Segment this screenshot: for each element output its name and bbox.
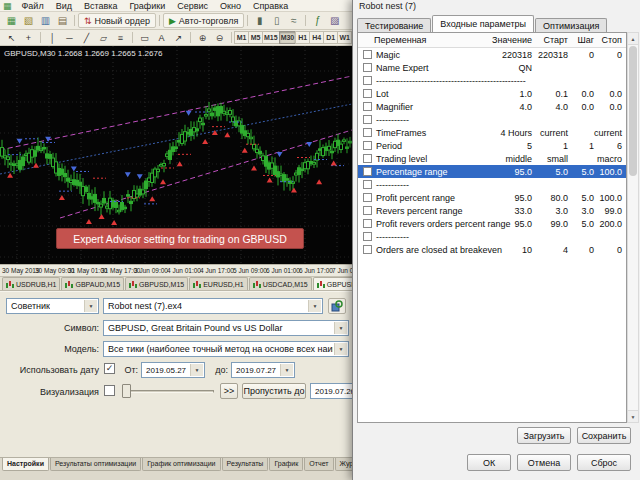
- save-button[interactable]: Сохранить: [577, 427, 631, 444]
- channel-icon[interactable]: ▱: [95, 31, 112, 45]
- chart-tab[interactable]: GBPAUD,M15: [61, 277, 124, 290]
- reset-button[interactable]: Сброс: [577, 454, 631, 471]
- dialog-tab[interactable]: Входные параметры: [432, 15, 534, 32]
- param-separator-row[interactable]: -----------: [358, 230, 626, 243]
- use-date-checkbox[interactable]: ✓: [104, 363, 115, 374]
- param-row[interactable]: Profit percent range95.080.05.0100.0: [358, 191, 626, 204]
- expert-type-select[interactable]: Советник ▼: [6, 298, 99, 314]
- timeframe-w1-button[interactable]: W1: [337, 31, 352, 44]
- param-row[interactable]: Period5116: [358, 139, 626, 152]
- timeframe-d1-button[interactable]: D1: [323, 31, 338, 44]
- line-chart-icon[interactable]: ≈: [285, 14, 302, 28]
- auto-trading-button[interactable]: ▶Авто-торговля: [163, 13, 244, 28]
- chart-tab[interactable]: USDRUB,H1: [2, 277, 60, 290]
- dialog-tab[interactable]: Тестирование: [357, 18, 431, 32]
- tester-tab[interactable]: Отчет: [304, 458, 333, 471]
- expert-properties-button[interactable]: [328, 298, 346, 314]
- param-separator-row[interactable]: -----------: [358, 178, 626, 191]
- candlestick-chart-icon[interactable]: ▯: [268, 14, 285, 28]
- expert-file-select[interactable]: Robot nest (7).ex4 ▼: [103, 298, 323, 314]
- vertical-line-icon[interactable]: │: [44, 31, 61, 45]
- chart-tab[interactable]: GBPUSD,M15: [125, 277, 188, 290]
- from-date-select[interactable]: 2019.05.27 ▼: [141, 362, 205, 378]
- zoom-in-icon[interactable]: ⊕: [194, 31, 211, 45]
- tester-tab[interactable]: Настройки: [2, 458, 49, 471]
- menu-item[interactable]: Сервис: [171, 1, 214, 11]
- param-checkbox[interactable]: [363, 193, 372, 202]
- bar-chart-icon[interactable]: ▮: [251, 14, 268, 28]
- column-header[interactable]: Значение: [474, 35, 532, 45]
- menu-item[interactable]: Окно: [214, 1, 247, 11]
- shapes-icon[interactable]: ▭: [136, 31, 153, 45]
- menu-item[interactable]: Справка: [247, 1, 294, 11]
- column-header[interactable]: Старт: [532, 35, 568, 45]
- param-checkbox[interactable]: [363, 180, 372, 189]
- scroll-down-icon[interactable]: ▼: [628, 410, 638, 422]
- param-checkbox[interactable]: [363, 154, 372, 163]
- param-checkbox[interactable]: [363, 219, 372, 228]
- column-header[interactable]: Переменная: [358, 35, 474, 45]
- cursor-icon[interactable]: ↖: [3, 31, 20, 45]
- crosshair-icon[interactable]: +: [20, 31, 37, 45]
- tester-tab[interactable]: Результаты: [222, 458, 269, 471]
- new-order-button[interactable]: ⇅Новый ордер: [78, 13, 156, 28]
- dialog-tab[interactable]: Оптимизация: [535, 18, 607, 32]
- fibonacci-icon[interactable]: ≡: [112, 31, 129, 45]
- timeframe-h4-button[interactable]: H4: [309, 31, 324, 44]
- param-separator-row[interactable]: ----------------------------------------…: [358, 74, 626, 87]
- trendline-icon[interactable]: ╱: [78, 31, 95, 45]
- to-date-select[interactable]: 2019.07.27 ▼: [231, 362, 295, 378]
- param-checkbox[interactable]: [363, 89, 372, 98]
- skip-to-button[interactable]: Пропустить до: [242, 383, 306, 399]
- navigator-icon[interactable]: ▤: [54, 14, 71, 28]
- params-scrollbar[interactable]: ▲ ▼: [627, 32, 639, 423]
- horizontal-line-icon[interactable]: ─: [61, 31, 78, 45]
- zoom-out-icon[interactable]: ⊖: [211, 31, 228, 45]
- param-row[interactable]: Percentage range95.05.05.0100.0: [358, 165, 626, 178]
- column-header[interactable]: Шаг: [568, 35, 594, 45]
- menu-item[interactable]: Вставка: [78, 1, 123, 11]
- chart-tab[interactable]: USDCAD,M15: [249, 277, 312, 290]
- param-row[interactable]: Lot1.00.10.00.0: [358, 87, 626, 100]
- load-button[interactable]: Загрузить: [517, 427, 571, 444]
- param-row[interactable]: Trading levelmiddlesmallmacro: [358, 152, 626, 165]
- param-checkbox[interactable]: [363, 232, 372, 241]
- param-row[interactable]: Revers percent range33.03.03.099.0: [358, 204, 626, 217]
- param-row[interactable]: TimeFrames4 Hourscurrentcurrent: [358, 126, 626, 139]
- param-checkbox[interactable]: [363, 167, 372, 176]
- param-checkbox[interactable]: [363, 245, 372, 254]
- param-row[interactable]: Magic22031822031800: [358, 48, 626, 61]
- visualization-checkbox[interactable]: [104, 385, 115, 396]
- menu-item[interactable]: Вид: [50, 1, 78, 11]
- param-row[interactable]: Name ExpertQN: [358, 61, 626, 74]
- param-checkbox[interactable]: [363, 63, 372, 72]
- timeframe-m1-button[interactable]: M1: [234, 31, 249, 44]
- param-checkbox[interactable]: [363, 50, 372, 59]
- templates-icon[interactable]: ▨: [326, 14, 343, 28]
- text-label-icon[interactable]: A: [153, 31, 170, 45]
- timeframe-h1-button[interactable]: H1: [295, 31, 310, 44]
- timeframe-m15-button[interactable]: M15: [262, 31, 280, 44]
- param-row[interactable]: Profit revers orders percent range95.099…: [358, 217, 626, 230]
- indicators-icon[interactable]: ƒ: [309, 14, 326, 28]
- model-select[interactable]: Все тики (наиболее точный метод на основ…: [103, 341, 349, 357]
- skip-fast-button[interactable]: >>: [220, 383, 238, 399]
- param-checkbox[interactable]: [363, 128, 372, 137]
- scroll-up-icon[interactable]: ▲: [628, 33, 638, 45]
- param-checkbox[interactable]: [363, 102, 372, 111]
- scroll-thumb[interactable]: [629, 46, 637, 176]
- slider-thumb[interactable]: [122, 384, 131, 398]
- slider-track[interactable]: [122, 390, 214, 393]
- symbol-select[interactable]: GBPUSD, Great Britain Pound vs US Dollar…: [103, 320, 349, 336]
- tester-tab[interactable]: График: [269, 458, 303, 471]
- ok-button[interactable]: ОК: [467, 454, 511, 471]
- column-header[interactable]: Стоп: [594, 35, 626, 45]
- tester-tab[interactable]: Результаты оптимизации: [50, 458, 141, 471]
- cancel-button[interactable]: Отмена: [517, 454, 571, 471]
- timeframe-m5-button[interactable]: M5: [248, 31, 263, 44]
- param-row[interactable]: Magnifier4.04.00.00.0: [358, 100, 626, 113]
- chart-tab[interactable]: EURUSD,H1: [189, 277, 247, 290]
- new-chart-icon[interactable]: ▦: [3, 14, 20, 28]
- visualization-speed-slider[interactable]: [122, 384, 214, 398]
- arrow-tool-icon[interactable]: ↗: [170, 31, 187, 45]
